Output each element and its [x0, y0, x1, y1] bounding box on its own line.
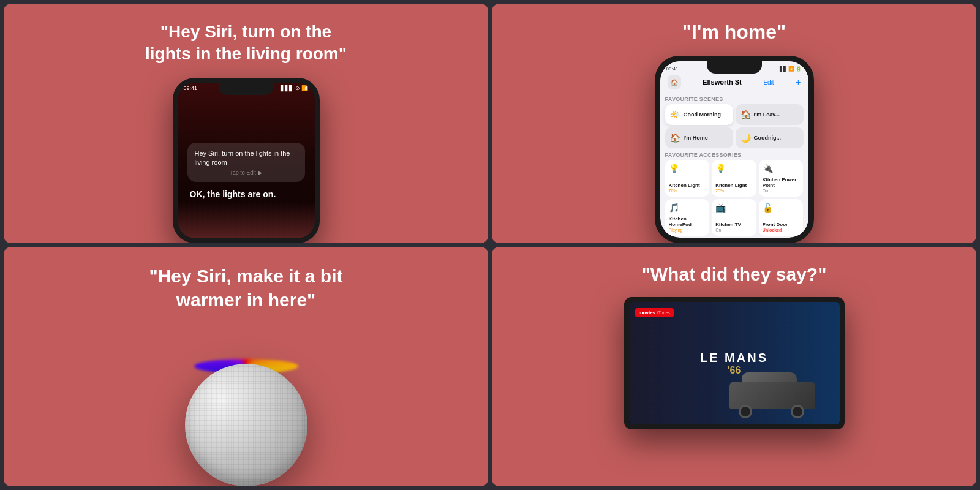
acc-kitchen-power[interactable]: 🔌 Kitchen Power Point On: [759, 160, 804, 197]
scene-im-leaving[interactable]: 🏠 I'm Leav...: [736, 104, 804, 125]
acc-kitchen-homepod[interactable]: 🎵 Kitchen HomePod Playing: [665, 199, 710, 236]
scenes-grid: 🌤️ Good Morning 🏠 I'm Leav... 🏠 I'm Home…: [660, 104, 809, 148]
panel-siri-lights: "Hey Siri, turn on the lights in the liv…: [4, 4, 488, 243]
warmer-quote: "Hey Siri, make it a bit warmer in here": [130, 264, 363, 312]
siri-command-text: Hey Siri, turn on the lights in the livi…: [195, 149, 298, 168]
iphone-siri-mockup: 09:41 ▋▋▋ ⊙ 📶 Hey Siri, turn on the ligh…: [173, 78, 320, 243]
home-edit-button[interactable]: Edit: [763, 79, 774, 86]
good-morning-icon: 🌤️: [670, 110, 680, 119]
le-mans-text: LE MANS: [700, 351, 768, 365]
car-wheel-rear: [791, 405, 804, 418]
scene-im-home[interactable]: 🏠 I'm Home: [665, 127, 733, 148]
leaving-icon: 🏠: [741, 110, 751, 119]
tv-frame: LE MANS '66 movies iTunes: [624, 297, 845, 429]
iphone-home-mockup: 09:41 ▋▋ 📶 🔋 🏠 Ellsworth St Edit + Favou…: [655, 56, 814, 243]
le-mans-title: LE MANS '66: [700, 351, 768, 376]
time-display: 09:41: [184, 85, 198, 91]
tv-screen: LE MANS '66 movies iTunes: [629, 302, 840, 424]
siri-lights-quote: "Hey Siri, turn on the lights in the liv…: [136, 21, 356, 66]
scene-good-morning[interactable]: 🌤️ Good Morning: [665, 104, 733, 125]
acc-kitchen-tv[interactable]: 📺 Kitchen TV On: [712, 199, 756, 236]
iphone-screen: 09:41 ▋▋▋ ⊙ 📶 Hey Siri, turn on the ligh…: [178, 83, 315, 238]
house-icon[interactable]: 🏠: [668, 75, 681, 89]
notch-2: [707, 61, 762, 74]
home-app-screen: 09:41 ▋▋ 📶 🔋 🏠 Ellsworth St Edit + Favou…: [660, 61, 809, 238]
what-did-they-say-quote: "What did they say?": [642, 264, 827, 285]
homepod-mesh: [185, 364, 307, 486]
acc-kitchen-light-2[interactable]: 💡 Kitchen Light 20%: [712, 160, 756, 197]
favourite-scenes-title: Favourite Scenes: [660, 92, 809, 104]
home-signal: ▋▋ 📶 🔋: [780, 66, 802, 72]
scene-goodnight[interactable]: 🌙 Goodnig...: [736, 127, 804, 148]
home-location: Ellsworth St: [703, 78, 742, 86]
panel-im-home: "I'm home" 09:41 ▋▋ 📶 🔋 🏠 Ellsworth St E…: [492, 4, 976, 243]
notch: [219, 83, 274, 95]
home-label: I'm Home: [684, 135, 708, 141]
home-add-button[interactable]: +: [796, 77, 801, 87]
movies-sub: iTunes: [657, 311, 670, 315]
favourite-accessories-title: Favourite Accessories: [660, 148, 809, 160]
tv-content: LE MANS '66: [629, 302, 840, 424]
car-wheel-front: [739, 405, 752, 418]
siri-tap-edit[interactable]: Tap to Edit ▶: [195, 170, 298, 176]
home-nav-bar: 🏠 Ellsworth St Edit +: [665, 74, 804, 90]
siri-response-text: OK, the lights are on.: [187, 187, 305, 199]
im-home-quote: "I'm home": [682, 21, 786, 43]
movies-badge: movies iTunes: [635, 308, 674, 317]
acc-kitchen-light-1[interactable]: 💡 Kitchen Light 70%: [665, 160, 710, 197]
home-icon: 🏠: [670, 133, 680, 143]
car-illustration: [729, 369, 827, 418]
signal-icons: ▋▋▋ ⊙ 📶: [281, 85, 308, 91]
good-morning-label: Good Morning: [684, 111, 721, 118]
panel-make-warmer: "Hey Siri, make it a bit warmer in here": [4, 247, 488, 486]
leaving-label: I'm Leav...: [754, 111, 780, 118]
panel-what-did-they-say: "What did they say?" LE MANS '66 movies …: [492, 247, 976, 486]
goodnight-label: Goodnig...: [754, 135, 782, 141]
siri-command-bubble: Hey Siri, turn on the lights in the livi…: [187, 143, 305, 183]
le-mans-year: '66: [700, 365, 768, 376]
home-time: 09:41: [666, 66, 679, 72]
goodnight-icon: 🌙: [741, 133, 751, 143]
homepod-body: [185, 364, 307, 486]
accessories-grid: 💡 Kitchen Light 70% 💡 Kitchen Light 20% …: [660, 160, 809, 238]
acc-front-door[interactable]: 🔓 Front Door Unlocked: [759, 199, 804, 236]
homepod-mini-container: [173, 364, 320, 486]
homepod-mini: [173, 364, 320, 486]
siri-wave-animation: [178, 202, 315, 238]
movies-label: movies: [639, 310, 656, 315]
